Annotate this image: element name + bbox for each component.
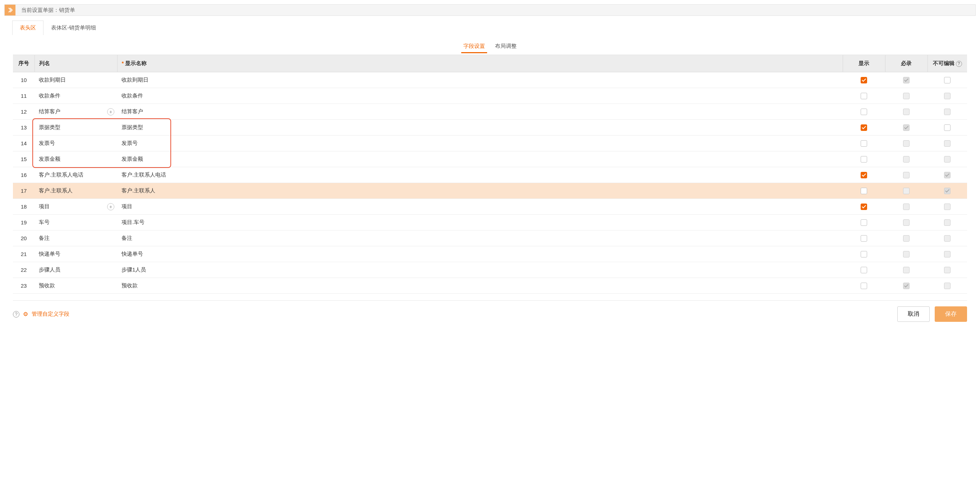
cell-display-name[interactable]: 预收款 — [117, 278, 843, 294]
fields-table: 序号 列名 *显示名称 显示 必录 不可编辑? 10收款到期日收款到期日11收款… — [13, 55, 967, 294]
show-checkbox[interactable] — [861, 283, 867, 289]
cell-seq: 14 — [13, 135, 35, 151]
show-checkbox[interactable] — [861, 204, 867, 210]
table-row[interactable]: 20备注备注 — [13, 231, 967, 246]
show-checkbox[interactable] — [861, 124, 867, 131]
cell-name: 票据类型 — [35, 120, 117, 135]
current-doc-label: 当前设置单据：销货单 — [16, 7, 81, 14]
subtab-field-settings[interactable]: 字段设置 — [461, 40, 487, 53]
show-checkbox[interactable] — [861, 219, 867, 226]
col-header-show: 显示 — [843, 55, 885, 72]
tab-body-area[interactable]: 表体区-销货单明细 — [43, 21, 103, 35]
table-row[interactable]: 10收款到期日收款到期日 — [13, 72, 967, 88]
cell-seq: 18 — [13, 199, 35, 215]
cell-required — [885, 88, 928, 104]
show-checkbox[interactable] — [861, 188, 867, 194]
cell-display-name[interactable]: 客户.主联系人 — [117, 183, 843, 199]
show-checkbox[interactable] — [861, 251, 867, 258]
question-icon[interactable]: ? — [13, 311, 19, 317]
cell-seq: 15 — [13, 151, 35, 167]
table-row[interactable]: 15发票金额发票金额 — [13, 151, 967, 167]
noedit-checkbox — [944, 204, 951, 210]
cell-show — [843, 167, 885, 183]
show-checkbox[interactable] — [861, 235, 867, 242]
cell-required — [885, 104, 928, 120]
noedit-checkbox — [944, 156, 951, 162]
noedit-checkbox[interactable] — [944, 77, 951, 83]
cell-seq: 12 — [13, 104, 35, 120]
table-row[interactable]: 17客户.主联系人客户.主联系人 — [13, 183, 967, 199]
cell-display-name[interactable]: 票据类型 — [117, 120, 843, 135]
subtab-layout-adjust[interactable]: 布局调整 — [493, 40, 519, 53]
cell-noedit — [928, 199, 967, 215]
cell-display-name[interactable]: 备注 — [117, 231, 843, 246]
cell-seq: 13 — [13, 120, 35, 135]
show-checkbox[interactable] — [861, 140, 867, 147]
required-checkbox — [903, 283, 910, 289]
table-row[interactable]: 19车号项目.车号 — [13, 215, 967, 231]
cell-display-name[interactable]: 收款到期日 — [117, 72, 843, 88]
noedit-checkbox — [944, 283, 951, 289]
cell-noedit — [928, 215, 967, 231]
table-row[interactable]: 16客户.主联系人电话客户.主联系人电话 — [13, 167, 967, 183]
cell-noedit — [928, 151, 967, 167]
cell-display-name[interactable]: 快递单号 — [117, 246, 843, 262]
cell-noedit — [928, 231, 967, 246]
cell-name: 步骤人员 — [35, 262, 117, 278]
manage-custom-fields-link[interactable]: 管理自定义字段 — [32, 310, 69, 317]
cell-show — [843, 231, 885, 246]
required-checkbox — [903, 93, 910, 99]
required-checkbox — [903, 124, 910, 131]
table-row[interactable]: 14发票号发票号 — [13, 135, 967, 151]
noedit-checkbox — [944, 93, 951, 99]
add-child-button[interactable]: + — [107, 108, 115, 115]
save-button[interactable]: 保存 — [935, 306, 967, 322]
noedit-checkbox — [944, 219, 951, 226]
tab-header-area[interactable]: 表头区 — [12, 21, 43, 35]
table-row[interactable]: 11收款条件收款条件 — [13, 88, 967, 104]
required-checkbox — [903, 267, 910, 273]
add-child-button[interactable]: + — [107, 203, 115, 210]
show-checkbox[interactable] — [861, 77, 867, 83]
show-checkbox[interactable] — [861, 172, 867, 178]
cell-required — [885, 199, 928, 215]
footer-right: 取消 保存 — [897, 306, 967, 322]
required-checkbox — [903, 188, 910, 194]
help-icon[interactable]: ? — [956, 61, 962, 67]
required-checkbox — [903, 172, 910, 178]
cell-display-name[interactable]: 发票号 — [117, 135, 843, 151]
col-header-noedit-text: 不可编辑 — [933, 60, 955, 66]
cell-display-name[interactable]: 发票金额 — [117, 151, 843, 167]
table-row[interactable]: 22步骤人员步骤1人员 — [13, 262, 967, 278]
table-row[interactable]: 13票据类型票据类型 — [13, 120, 967, 135]
show-checkbox[interactable] — [861, 267, 867, 273]
col-header-display: *显示名称 — [117, 55, 843, 72]
noedit-checkbox[interactable] — [944, 124, 951, 131]
cell-seq: 11 — [13, 88, 35, 104]
table-row[interactable]: 18项目+项目 — [13, 199, 967, 215]
table-row[interactable]: 21快递单号快递单号 — [13, 246, 967, 262]
required-checkbox — [903, 140, 910, 147]
table-row[interactable]: 12结算客户+结算客户 — [13, 104, 967, 120]
cell-display-name[interactable]: 项目 — [117, 199, 843, 215]
sidebar-toggle-button[interactable] — [5, 5, 16, 16]
required-checkbox — [903, 219, 910, 226]
cell-display-name[interactable]: 客户.主联系人电话 — [117, 167, 843, 183]
table-row[interactable]: 23预收款预收款 — [13, 278, 967, 294]
cell-show — [843, 278, 885, 294]
cell-noedit — [928, 88, 967, 104]
cell-display-name[interactable]: 结算客户 — [117, 104, 843, 120]
noedit-checkbox — [944, 140, 951, 147]
required-star-icon: * — [122, 60, 124, 66]
show-checkbox[interactable] — [861, 93, 867, 99]
cell-display-name[interactable]: 步骤1人员 — [117, 262, 843, 278]
noedit-checkbox — [944, 235, 951, 242]
cancel-button[interactable]: 取消 — [897, 306, 930, 322]
cell-display-name[interactable]: 项目.车号 — [117, 215, 843, 231]
cell-required — [885, 246, 928, 262]
cell-required — [885, 278, 928, 294]
show-checkbox[interactable] — [861, 108, 867, 115]
cell-noedit — [928, 278, 967, 294]
cell-display-name[interactable]: 收款条件 — [117, 88, 843, 104]
show-checkbox[interactable] — [861, 156, 867, 162]
